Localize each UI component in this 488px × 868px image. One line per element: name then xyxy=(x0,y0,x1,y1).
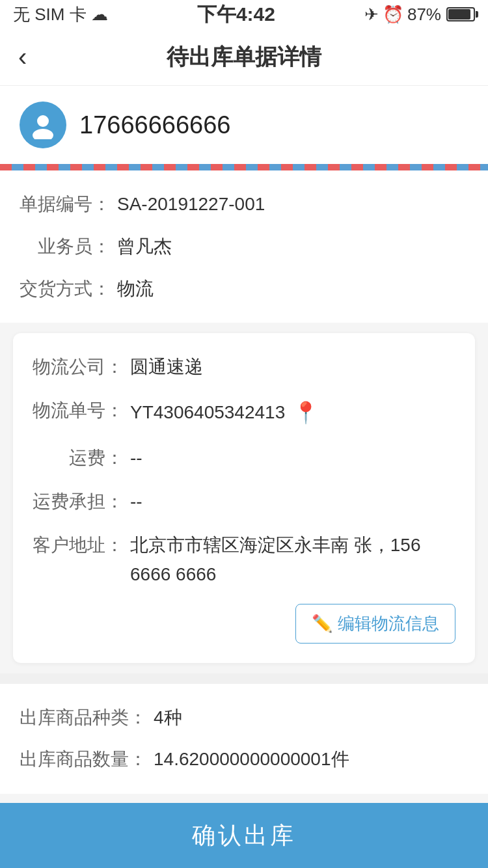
logistics-company-value: 圆通速递 xyxy=(130,353,455,382)
signal-icon: ✈ xyxy=(364,5,379,25)
page-title: 待出库单据详情 xyxy=(167,42,321,72)
clock-icon: ⏰ xyxy=(383,5,403,25)
confirm-bar[interactable]: 确认出库 xyxy=(0,803,488,868)
user-phone: 17666666666 xyxy=(79,111,230,139)
logistics-section: 物流公司： 圆通速递 物流单号： YT4306405342413 📍 运费： -… xyxy=(13,333,475,662)
order-no-value: SA-20191227-001 xyxy=(117,190,468,219)
product-quantity-row: 出库商品数量： 14.620000000000001件 xyxy=(20,745,468,774)
edit-icon: ✏️ xyxy=(312,614,332,634)
back-button[interactable]: ‹ xyxy=(18,42,27,72)
dashed-divider xyxy=(0,164,488,170)
product-quantity-label: 出库商品数量： xyxy=(20,745,147,774)
sim-label: 无 SIM 卡 ☁ xyxy=(13,3,108,26)
battery-percent: 87% xyxy=(407,5,441,25)
status-time: 下午4:42 xyxy=(197,1,275,28)
order-no-row: 单据编号： SA-20191227-001 xyxy=(20,190,468,219)
svg-point-0 xyxy=(37,115,49,127)
user-header: 17666666666 xyxy=(0,86,488,164)
freight-bearer-row: 运费承担： -- xyxy=(33,487,455,517)
delivery-label: 交货方式： xyxy=(20,275,111,304)
edit-btn-wrap: ✏️ 编辑物流信息 xyxy=(33,604,455,644)
delivery-row: 交货方式： 物流 xyxy=(20,275,468,304)
freight-label: 运费： xyxy=(33,444,124,473)
product-type-row: 出库商品种类： 4种 xyxy=(20,703,468,733)
svg-point-1 xyxy=(33,129,53,139)
freight-row: 运费： -- xyxy=(33,444,455,473)
order-no-label: 单据编号： xyxy=(20,190,111,219)
location-icon[interactable]: 📍 xyxy=(293,396,319,429)
logistics-tracking-row: 物流单号： YT4306405342413 📍 xyxy=(33,396,455,429)
edit-logistics-button[interactable]: ✏️ 编辑物流信息 xyxy=(295,604,455,644)
status-bar: 无 SIM 卡 ☁ 下午4:42 ✈ ⏰ 87% xyxy=(0,0,488,29)
battery-icon xyxy=(446,7,475,21)
address-label: 客户地址： xyxy=(33,531,124,560)
status-right: ✈ ⏰ 87% xyxy=(364,5,475,25)
nav-bar: ‹ 待出库单据详情 xyxy=(0,29,488,86)
freight-bearer-label: 运费承担： xyxy=(33,487,124,517)
summary-section: 出库商品种类： 4种 出库商品数量： 14.620000000000001件 xyxy=(0,684,488,794)
salesman-label: 业务员： xyxy=(20,232,111,262)
address-row: 客户地址： 北京市市辖区海淀区永丰南 张，156 6666 6666 xyxy=(33,531,455,590)
product-type-value: 4种 xyxy=(154,703,468,733)
avatar xyxy=(20,102,66,148)
freight-value: -- xyxy=(130,444,455,473)
salesman-value: 曾凡杰 xyxy=(117,232,468,262)
status-left: 无 SIM 卡 ☁ xyxy=(13,3,108,26)
logistics-company-label: 物流公司： xyxy=(33,353,124,382)
logistics-company-row: 物流公司： 圆通速递 xyxy=(33,353,455,382)
salesman-row: 业务员： 曾凡杰 xyxy=(20,232,468,262)
freight-bearer-value: -- xyxy=(130,487,455,517)
address-value: 北京市市辖区海淀区永丰南 张，156 6666 6666 xyxy=(130,531,455,590)
confirm-button[interactable]: 确认出库 xyxy=(192,820,296,852)
product-quantity-value: 14.620000000000001件 xyxy=(154,745,468,774)
delivery-value: 物流 xyxy=(117,275,468,304)
user-icon xyxy=(29,111,57,139)
logistics-tracking-label: 物流单号： xyxy=(33,396,124,426)
logistics-tracking-value: YT4306405342413 📍 xyxy=(130,396,455,429)
basic-info-section: 单据编号： SA-20191227-001 业务员： 曾凡杰 交货方式： 物流 xyxy=(0,170,488,323)
product-type-label: 出库商品种类： xyxy=(20,703,147,733)
edit-logistics-label: 编辑物流信息 xyxy=(338,612,439,635)
section-separator xyxy=(0,673,488,684)
